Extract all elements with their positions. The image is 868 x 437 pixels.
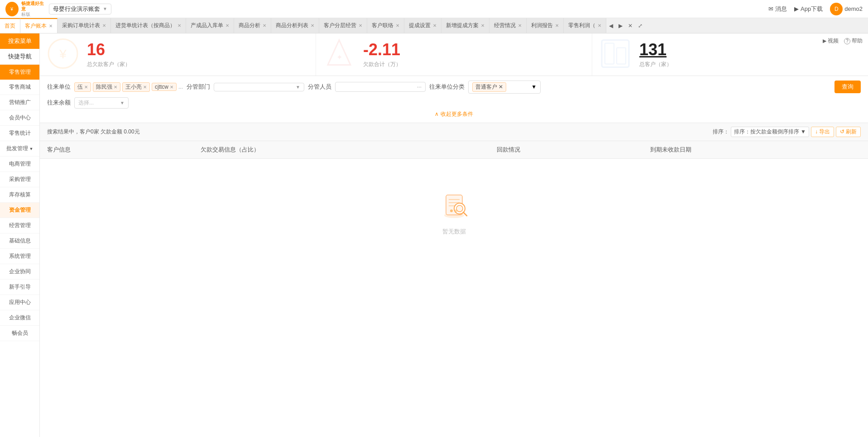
sidebar-item-ecommerce[interactable]: 电商管理 [0, 157, 39, 172]
main-layout: 搜索菜单 快捷导航 零售管理 零售商城 营销推广 会员中心 零售统计 批发管理 … [0, 33, 868, 437]
sort-label: 排序： [713, 128, 729, 136]
tab-close-operations[interactable]: ✕ [518, 23, 522, 28]
sidebar-item-chang-member[interactable]: 畅会员 [0, 326, 39, 341]
tab-close-instock-stats[interactable]: ✕ [177, 23, 181, 28]
tab-maximize[interactable]: ⤢ [635, 18, 645, 33]
svg-text:¥: ¥ [10, 7, 13, 12]
sidebar-item-beginner-guide[interactable]: 新手引导 [0, 280, 39, 295]
tab-nav-left[interactable]: ◀ [606, 18, 616, 33]
category-select[interactable]: 普通客户 ✕ ▼ [468, 81, 541, 94]
sidebar-search[interactable]: 搜索菜单 [0, 33, 39, 49]
sidebar-item-retail-mall[interactable]: 零售商城 [0, 80, 39, 95]
tab-customer-stratification[interactable]: 客户分层经营 ✕ [319, 18, 367, 33]
tab-goods-analysis-list[interactable]: 商品分析列表 ✕ [271, 18, 319, 33]
help-link[interactable]: ? 帮助 [844, 37, 863, 45]
tab-profit-report[interactable]: 利润报告 ✕ [527, 18, 564, 33]
logo-area: ¥ 畅捷通好生意 标版 [5, 1, 45, 17]
tab-close-customer-stratification[interactable]: ✕ [359, 23, 362, 28]
tab-instock-stats[interactable]: 进货单统计表（按商品） ✕ [111, 18, 186, 33]
tag-cjttcw-close[interactable]: ✕ [170, 85, 173, 90]
dept-filter-label: 分管部门 [187, 83, 210, 91]
tab-goods-analysis[interactable]: 商品分析 ✕ [234, 18, 271, 33]
refresh-button[interactable]: ↺ 刷新 [836, 127, 861, 137]
sidebar-quick-nav[interactable]: 快捷导航 [0, 49, 39, 65]
app-download-nav[interactable]: ▶ App下载 [794, 5, 823, 13]
video-link[interactable]: ▶ 视频 [823, 37, 839, 45]
tab-operations[interactable]: 经营情况 ✕ [489, 18, 527, 33]
sidebar-item-retail-stats[interactable]: 零售统计 [0, 126, 39, 141]
tag-wangxiaoliang-close[interactable]: ✕ [143, 85, 147, 90]
sidebar-item-enterprise-collab[interactable]: 企业协同 [0, 264, 39, 280]
tab-commission-settings[interactable]: 提成设置 ✕ [404, 18, 441, 33]
sidebar-retail-section[interactable]: 零售管理 [0, 65, 39, 80]
svg-point-17 [450, 209, 453, 212]
tag-wangxiaoliang: 王小亮 ✕ [122, 82, 150, 92]
tab-close-customer-account[interactable]: ✕ [49, 24, 53, 28]
export-button[interactable]: ↓ 导出 [811, 127, 834, 137]
tab-bar: 首页 客户账本 ✕ 采购订单统计表 ✕ 进货单统计表（按商品） ✕ 产成品入库单… [0, 18, 868, 33]
unit-filter-tags: 伍 ✕ 陈民强 ✕ 王小亮 ✕ cjttcw ✕ ... [74, 82, 183, 92]
category-chevron: ▼ [531, 84, 537, 90]
message-icon: ✉ [768, 5, 773, 12]
sort-select[interactable]: 排序：按欠款金额倒序排序 ▼ [731, 127, 809, 137]
help-icon: ? [844, 38, 850, 44]
tag-chenminqiang-close[interactable]: ✕ [114, 85, 117, 90]
svg-rect-8 [617, 48, 626, 64]
sidebar-item-app-center[interactable]: 应用中心 [0, 295, 39, 310]
sidebar-item-wholesale[interactable]: 批发管理 ▼ [0, 141, 39, 157]
refresh-icon: ↺ [840, 128, 844, 135]
sidebar-item-operations-mgmt[interactable]: 经营管理 [0, 218, 39, 233]
tab-close-goods-analysis[interactable]: ✕ [263, 23, 266, 28]
dept-select[interactable]: ▼ [214, 83, 304, 91]
tab-close-profit-report[interactable]: ✕ [555, 23, 559, 28]
collapse-button[interactable]: ∧ 收起更多条件 [435, 110, 473, 118]
sort-area: 排序： 排序：按欠款金额倒序排序 ▼ ↓ 导出 ↺ 刷新 [713, 127, 861, 137]
sidebar-item-basic-info[interactable]: 基础信息 [0, 233, 39, 249]
category-tag-selected: 普通客户 ✕ [472, 82, 506, 92]
sidebar-item-system[interactable]: 系统管理 [0, 249, 39, 264]
tab-home[interactable]: 首页 [0, 18, 20, 33]
unit-filter-label: 往来单位 [47, 83, 71, 91]
tab-purchase-order[interactable]: 采购订单统计表 ✕ [58, 18, 111, 33]
tab-close-customer-contact[interactable]: ✕ [396, 23, 399, 28]
sidebar-item-purchase[interactable]: 采购管理 [0, 172, 39, 187]
filter-row-2: 往来余额 选择... ▼ [47, 97, 861, 109]
tab-retail-profit[interactable]: 零售利润（ ✕ [564, 18, 606, 33]
sidebar-item-finance[interactable]: 资金管理 [0, 203, 39, 218]
tab-close-all[interactable]: ✕ [625, 18, 635, 33]
tags-more[interactable]: ... [178, 84, 183, 90]
col-customer-info: 客户信息 [40, 141, 193, 159]
tab-close-new-commission-plan[interactable]: ✕ [481, 23, 484, 28]
query-button[interactable]: 查询 [834, 81, 861, 93]
tab-nav-right[interactable]: ▶ [616, 18, 625, 33]
sidebar-item-enterprise-wechat[interactable]: 企业微信 [0, 310, 39, 326]
person-dots[interactable]: ··· [417, 84, 422, 90]
tag-chenminqiang: 陈民强 ✕ [93, 82, 120, 92]
dept-chevron: ▼ [296, 85, 300, 90]
tab-customer-account[interactable]: 客户账本 ✕ [20, 18, 58, 33]
person-filter[interactable]: ··· [335, 82, 426, 92]
sidebar-item-member-center[interactable]: 会员中心 [0, 110, 39, 126]
balance-select[interactable]: 选择... ▼ [74, 97, 129, 109]
col-due-date: 到期未收款日期 [643, 141, 868, 159]
tab-close-goods-analysis-list[interactable]: ✕ [311, 23, 314, 28]
tab-customer-contact[interactable]: 客户联络 ✕ [367, 18, 404, 33]
category-tag-close[interactable]: ✕ [499, 84, 503, 90]
tag-wu-close[interactable]: ✕ [84, 85, 88, 90]
tab-close-purchase-order[interactable]: ✕ [102, 23, 106, 28]
tab-new-commission-plan[interactable]: 新增提成方案 ✕ [441, 18, 489, 33]
logo-icon: ¥ [5, 2, 19, 16]
tab-close-commission-settings[interactable]: ✕ [433, 23, 436, 28]
filter-row-1: 往来单位 伍 ✕ 陈民强 ✕ 王小亮 ✕ cjttcw [47, 81, 861, 94]
user-avatar-nav[interactable]: D demo2 [830, 3, 863, 15]
message-nav[interactable]: ✉ 消息 [768, 5, 787, 13]
sidebar-item-marketing[interactable]: 营销推广 [0, 95, 39, 110]
sidebar-item-inventory[interactable]: 库存核算 [0, 187, 39, 203]
svg-rect-6 [602, 40, 629, 67]
tab-product-instock[interactable]: 产成品入库单 ✕ [186, 18, 234, 33]
tab-close-retail-profit[interactable]: ✕ [598, 23, 601, 28]
store-selector[interactable]: 母婴行业演示账套 ▼ [49, 4, 111, 14]
tab-close-product-instock[interactable]: ✕ [225, 23, 229, 28]
stat-label-debit-customers: 总欠款客户（家） [87, 61, 305, 68]
person-filter-label: 分管人员 [308, 83, 331, 91]
